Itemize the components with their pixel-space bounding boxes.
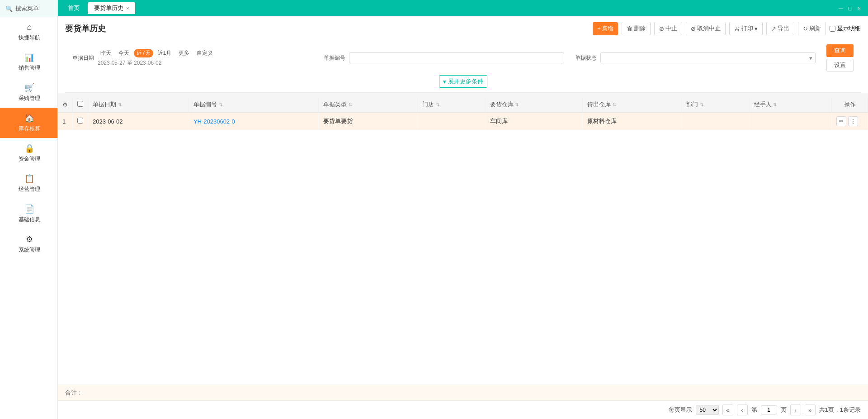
tab-home-label: 首页	[68, 4, 80, 12]
home-icon: ⌂	[27, 23, 32, 32]
base-info-icon: 📄	[24, 204, 34, 214]
col-req-warehouse: 要货仓库 ⇅	[485, 97, 583, 113]
table-row: 1 2023-06-02 YH-20230602-0 要货单要货 车间库 原材料…	[58, 113, 868, 130]
page-title: 要货单历史	[65, 23, 106, 34]
sales-icon: 📊	[24, 52, 34, 62]
stop-icon: ⊘	[659, 25, 664, 32]
sidebar: 🔍 搜索菜单 ⌂ 快捷导航 📊 销售管理 🛒 采购管理 🏠 库存核算 🔒 资金管…	[0, 0, 58, 419]
refresh-button[interactable]: ↻ 刷新	[798, 22, 826, 35]
tab-home[interactable]: 首页	[61, 2, 86, 14]
content-area: 要货单历史 + 新增 🗑 删除 ⊘ 中止 ⊘ 取消中止	[58, 16, 868, 419]
display-detail-checkbox[interactable]	[830, 26, 835, 32]
cell-req-warehouse: 车间库	[485, 113, 583, 130]
cell-dept	[682, 113, 749, 130]
row-more-button[interactable]: ⋮	[848, 116, 858, 126]
expand-filter-button[interactable]: ▾ 展开更多条件	[439, 75, 487, 88]
sort-date-icon[interactable]: ⇅	[118, 102, 122, 107]
tab-bar: 首页 要货单历史 × ─ □ ×	[58, 0, 868, 16]
sidebar-item-operations[interactable]: 📋 经营管理	[0, 168, 57, 199]
delete-button[interactable]: 🗑 删除	[622, 22, 651, 35]
col-date: 单据日期 ⇅	[88, 97, 189, 113]
sidebar-item-purchase-mgmt[interactable]: 🛒 采购管理	[0, 77, 57, 108]
select-all-checkbox[interactable]	[77, 101, 83, 107]
per-page-select[interactable]: 10 20 50 100	[696, 405, 719, 415]
cell-store	[418, 113, 485, 130]
col-docno: 单据编号 ⇅	[189, 97, 318, 113]
sort-handler-icon[interactable]: ⇅	[773, 102, 777, 107]
filter-bar: 单据日期 昨天 今天 近7天 近1月 更多 自定义 2023-05-27 至 2…	[65, 40, 861, 93]
sidebar-item-system-mgmt[interactable]: ⚙ 系统管理	[0, 229, 57, 259]
docno-link[interactable]: YH-20230602-0	[193, 118, 235, 125]
prev-page-button[interactable]: ‹	[737, 405, 748, 415]
col-handler: 经手人 ⇅	[749, 97, 831, 113]
sidebar-item-label: 销售管理	[19, 64, 40, 72]
sidebar-item-base-info[interactable]: 📄 基础信息	[0, 199, 57, 229]
last-page-button[interactable]: »	[805, 405, 816, 415]
minimize-button[interactable]: ─	[839, 5, 843, 12]
sidebar-item-quick-nav[interactable]: ⌂ 快捷导航	[0, 17, 57, 47]
cancel-stop-button[interactable]: ⊘ 取消中止	[686, 22, 726, 35]
sidebar-item-label: 快捷导航	[19, 34, 40, 42]
docno-input[interactable]	[349, 52, 564, 63]
delete-icon: 🗑	[627, 25, 632, 32]
finance-icon: 🔒	[24, 143, 34, 153]
sidebar-item-label: 系统管理	[19, 246, 40, 254]
tab-active[interactable]: 要货单历史 ×	[88, 2, 135, 14]
filter-settings-button[interactable]: 设置	[826, 59, 854, 71]
col-pending-warehouse-label: 待出仓库	[587, 101, 611, 108]
shortcut-1month[interactable]: 近1月	[155, 49, 175, 57]
cell-date: 2023-06-02	[88, 113, 189, 130]
sidebar-item-finance[interactable]: 🔒 资金管理	[0, 138, 57, 168]
expand-row: ▾ 展开更多条件	[72, 75, 854, 88]
stop-button[interactable]: ⊘ 中止	[654, 22, 682, 35]
shortcut-more[interactable]: 更多	[176, 49, 192, 57]
sidebar-search[interactable]: 🔍 搜索菜单	[0, 0, 57, 17]
row-checkbox[interactable]	[77, 118, 83, 124]
sort-doctype-icon[interactable]: ⇅	[349, 102, 352, 107]
status-filter-label: 单据状态	[575, 54, 597, 62]
close-button[interactable]: ×	[857, 5, 861, 12]
total-info: 共1页，1条记录	[819, 406, 861, 414]
col-settings: ⚙	[58, 97, 73, 113]
total-label: 合计：	[65, 389, 83, 396]
display-detail-toggle[interactable]: 显示明细	[830, 24, 861, 33]
tab-close-icon[interactable]: ×	[126, 5, 129, 11]
status-input[interactable]	[601, 53, 807, 63]
col-pending-warehouse: 待出仓库 ⇅	[583, 97, 682, 113]
table-area: ⚙ 单据日期 ⇅ 单据编号 ⇅	[58, 97, 868, 385]
query-button[interactable]: 查询	[826, 44, 854, 57]
col-docno-label: 单据编号	[193, 101, 217, 108]
date-shortcuts: 昨天 今天 近7天 近1月 更多 自定义	[98, 49, 216, 57]
col-doctype-label: 单据类型	[323, 101, 347, 108]
page-label: 第	[751, 406, 757, 414]
sidebar-item-inventory[interactable]: 🏠 库存核算	[0, 108, 57, 138]
stop-label: 中止	[665, 24, 677, 33]
next-page-button[interactable]: ›	[790, 405, 801, 415]
maximize-button[interactable]: □	[849, 5, 852, 12]
new-button[interactable]: + 新增	[593, 22, 618, 35]
status-chevron-icon[interactable]: ▾	[807, 55, 815, 62]
page-end-label: 页	[781, 406, 787, 414]
sort-dept-icon[interactable]: ⇅	[700, 102, 703, 107]
print-button[interactable]: 🖨 打印 ▾	[729, 22, 763, 35]
settings-icon[interactable]: ⚙	[62, 101, 68, 108]
sidebar-item-sales-mgmt[interactable]: 📊 销售管理	[0, 47, 57, 77]
sort-req-warehouse-icon[interactable]: ⇅	[515, 102, 519, 107]
shortcut-7days[interactable]: 近7天	[134, 49, 153, 57]
row-edit-button[interactable]: ✏	[836, 116, 846, 126]
sort-store-icon[interactable]: ⇅	[436, 102, 439, 107]
first-page-button[interactable]: «	[722, 405, 733, 415]
status-filter-group: 单据状态 ▾	[575, 52, 816, 63]
table-footer: 合计：	[58, 385, 868, 400]
docno-filter-label: 单据编号	[324, 54, 345, 62]
shortcut-today[interactable]: 今天	[116, 49, 132, 57]
date-range-display: 2023-05-27 至 2023-06-02	[98, 59, 216, 67]
export-button[interactable]: ↗ 导出	[766, 22, 794, 35]
pagination: 每页显示 10 20 50 100 « ‹ 第 页 › » 共1页，1条记录	[58, 400, 868, 419]
sort-docno-icon[interactable]: ⇅	[219, 102, 222, 107]
shortcut-yesterday[interactable]: 昨天	[98, 49, 114, 57]
sort-pending-warehouse-icon[interactable]: ⇅	[613, 102, 616, 107]
shortcut-custom[interactable]: 自定义	[194, 49, 216, 57]
page-input[interactable]	[761, 405, 777, 414]
col-dept-label: 部门	[686, 101, 698, 108]
